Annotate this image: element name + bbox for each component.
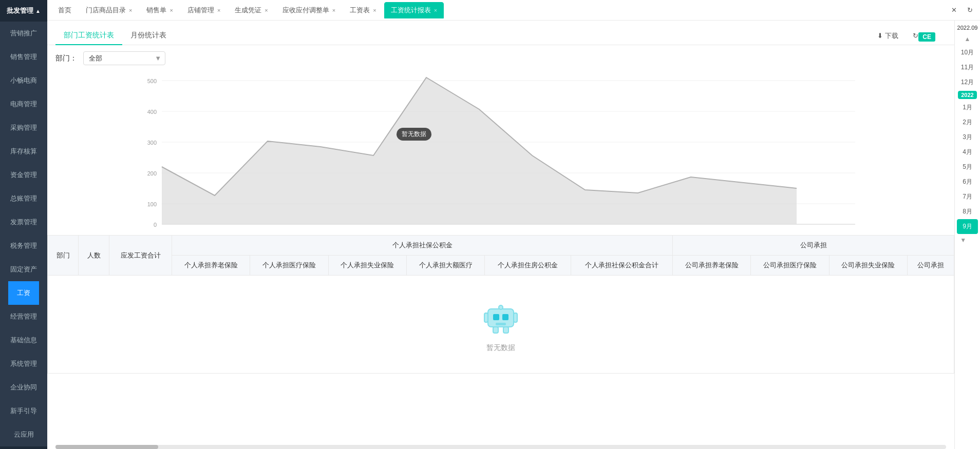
sidebar-item-总账管理[interactable]: 总账管理 (8, 187, 39, 210)
sidebar-item-资金管理[interactable]: 资金管理 (8, 163, 39, 187)
ce-badge: CE (918, 32, 935, 42)
tab-首页[interactable]: 首页 (51, 2, 78, 18)
tab-工资统计报表[interactable]: 工资统计报表× (384, 2, 444, 18)
close-all-tabs-button[interactable]: ✕ (948, 4, 960, 16)
page-content: 部门工资统计表月份统计表 ⬇ 下载 ↻ 刷新 部门： (47, 21, 954, 449)
data-table: 部门 人数 应发工资合计 个人承担社保公积金 公司承担 个人承担养老保险 个人承… (47, 235, 954, 374)
line-chart: 500 400 300 200 100 0 (55, 75, 946, 229)
col-personal-extra-medical: 个人承担大额医疗 (406, 256, 484, 276)
tab-label: 店铺管理 (187, 6, 214, 15)
col-header-count: 人数 (79, 236, 109, 276)
tab-店铺管理[interactable]: 店铺管理× (181, 2, 227, 18)
download-icon: ⬇ (877, 32, 883, 40)
svg-rect-15 (496, 323, 506, 325)
col-personal-subtotal: 个人承担社保公积金合计 (571, 256, 672, 276)
sidebar-item-经营管理[interactable]: 经营管理 (8, 305, 39, 328)
dept-label: 部门： (55, 54, 77, 63)
sub-tab-部门工资统计表[interactable]: 部门工资统计表 (55, 27, 122, 45)
month-item-1月[interactable]: 1月 (957, 100, 977, 115)
download-label: 下载 (885, 31, 898, 41)
col-personal-unemployment: 个人承担失业保险 (328, 256, 406, 276)
month-item-2月[interactable]: 2月 (957, 115, 977, 130)
svg-rect-13 (493, 314, 499, 320)
tab-应收应付调整单[interactable]: 应收应付调整单× (276, 2, 342, 18)
sidebar-arrow-icon: ▲ (35, 8, 41, 14)
month-item-3月[interactable]: 3月 (957, 130, 977, 145)
sidebar-item-营销推广[interactable]: 营销推广 (8, 22, 39, 45)
month-item-12月[interactable]: 12月 (957, 75, 977, 90)
tabs-bar: 首页门店商品目录×销售单×店铺管理×生成凭证×应收应付调整单×工资表×工资统计报… (47, 0, 980, 21)
table-scrollbar[interactable] (55, 445, 946, 449)
svg-rect-17 (484, 313, 488, 322)
chart-area-fill (162, 77, 797, 224)
refresh-tabs-button[interactable]: ↻ (964, 4, 976, 16)
sidebar-item-税务管理[interactable]: 税务管理 (8, 234, 39, 258)
col-company-other: 公司承担 (908, 256, 954, 276)
tab-门店商品目录[interactable]: 门店商品目录× (79, 2, 139, 18)
tab-close-btn[interactable]: × (434, 7, 437, 13)
sidebar-item-发票管理[interactable]: 发票管理 (8, 210, 39, 234)
refresh-icon: ↻ (913, 32, 918, 40)
sidebar-item-基础信息[interactable]: 基础信息 (8, 328, 39, 352)
tab-工资表[interactable]: 工资表× (343, 2, 383, 18)
sidebar-footer-settings[interactable]: ⚙ (0, 446, 47, 449)
tab-close-btn[interactable]: × (373, 7, 376, 13)
date-panel-header[interactable]: 2022.09 (956, 23, 979, 33)
chart-area: 500 400 300 200 100 0 (47, 71, 954, 235)
sidebar-item-销售管理[interactable]: 销售管理 (8, 45, 39, 69)
col-personal-pension: 个人承担养老保险 (172, 256, 250, 276)
download-button[interactable]: ⬇ 下载 (873, 29, 902, 43)
month-item-7月[interactable]: 7月 (957, 189, 977, 204)
empty-text: 暂无数据 (486, 343, 515, 353)
sidebar-item-电商管理[interactable]: 电商管理 (8, 92, 39, 116)
tab-label: 销售单 (146, 6, 166, 15)
sub-tabs: 部门工资统计表月份统计表 ⬇ 下载 ↻ 刷新 (47, 21, 954, 45)
sidebar-item-系统管理[interactable]: 系统管理 (8, 352, 39, 376)
table-container[interactable]: 部门 人数 应发工资合计 个人承担社保公积金 公司承担 个人承担养老保险 个人承… (47, 235, 954, 445)
sidebar-item-库存核算[interactable]: 库存核算 (8, 140, 39, 163)
tab-close-btn[interactable]: × (265, 7, 268, 13)
month-item-11月[interactable]: 11月 (957, 60, 977, 75)
col-company-pension: 公司承担养老保险 (673, 256, 751, 276)
month-item-9月[interactable]: 9月 (957, 219, 977, 234)
tab-close-btn[interactable]: × (129, 7, 132, 13)
tab-close-btn[interactable]: × (332, 7, 335, 13)
dept-select[interactable]: 全部 (83, 51, 165, 65)
tab-销售单[interactable]: 销售单× (140, 2, 179, 18)
tab-close-btn[interactable]: × (169, 7, 173, 13)
sidebar-item-新手引导[interactable]: 新手引导 (8, 399, 39, 423)
date-panel-down-arrow[interactable]: ▼ (957, 234, 969, 246)
svg-text:500: 500 (147, 78, 157, 84)
sidebar-item-固定资产[interactable]: 固定资产 (8, 258, 39, 281)
svg-rect-19 (493, 327, 498, 333)
empty-state: 暂无数据 (48, 276, 954, 373)
tab-label: 首页 (58, 6, 71, 15)
month-item-10月[interactable]: 10月 (957, 45, 977, 60)
sidebar-item-工资[interactable]: 工资 (8, 281, 39, 305)
content-area: 部门工资统计表月份统计表 ⬇ 下载 ↻ 刷新 部门： (47, 21, 980, 449)
date-panel-up-arrow[interactable]: ▲ (962, 33, 974, 45)
sidebar-item-企业协同[interactable]: 企业协同 (8, 376, 39, 399)
tab-label: 工资统计报表 (391, 6, 431, 15)
tab-生成凭证[interactable]: 生成凭证× (228, 2, 274, 18)
tab-close-btn[interactable]: × (217, 7, 220, 13)
tab-label: 工资表 (350, 6, 370, 15)
table-scrollbar-thumb[interactable] (55, 445, 158, 449)
sub-tab-月份统计表[interactable]: 月份统计表 (122, 27, 175, 45)
sidebar-header[interactable]: 批发管理 ▲ (0, 0, 47, 22)
sidebar-item-云应用[interactable]: 云应用 (8, 423, 39, 446)
month-item-6月[interactable]: 6月 (957, 174, 977, 189)
svg-rect-16 (499, 305, 503, 309)
svg-rect-14 (502, 314, 508, 320)
sidebar-item-小畅电商[interactable]: 小畅电商 (8, 69, 39, 92)
month-item-8月[interactable]: 8月 (957, 204, 977, 219)
month-item-4月[interactable]: 4月 (957, 145, 977, 160)
svg-text:200: 200 (147, 170, 157, 177)
svg-rect-18 (514, 313, 517, 322)
tab-label: 门店商品目录 (86, 6, 126, 15)
tabs-bar-actions: ✕ ↻ (948, 4, 976, 16)
year-2022-label[interactable]: 2022 (958, 91, 976, 99)
tab-label: 应收应付调整单 (282, 6, 329, 15)
month-item-5月[interactable]: 5月 (957, 160, 977, 174)
sidebar-item-采购管理[interactable]: 采购管理 (8, 116, 39, 140)
